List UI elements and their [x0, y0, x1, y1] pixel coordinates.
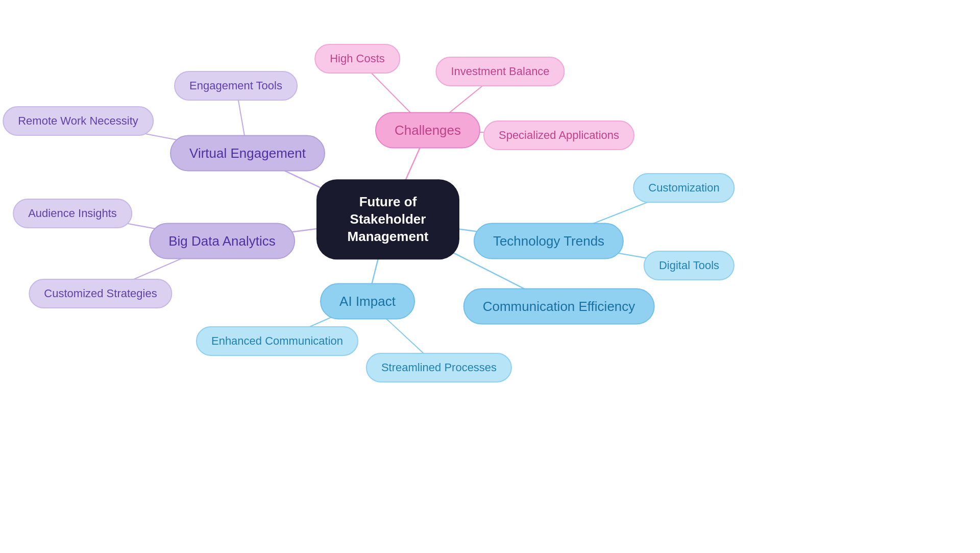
- investment-balance-node: Investment Balance: [435, 57, 565, 86]
- remote-work-necessity-node: Remote Work Necessity: [3, 106, 154, 136]
- customized-strategies-node: Customized Strategies: [29, 279, 172, 308]
- customization-node: Customization: [633, 173, 734, 203]
- high-costs-node: High Costs: [314, 44, 400, 74]
- streamlined-processes-node: Streamlined Processes: [366, 353, 512, 382]
- technology-trends-node: Technology Trends: [474, 223, 624, 259]
- communication-efficiency-node: Communication Efficiency: [463, 288, 655, 325]
- digital-tools-node: Digital Tools: [644, 251, 734, 280]
- mindmap-canvas: Future of Stakeholder Management Challen…: [0, 0, 980, 553]
- big-data-analytics-node: Big Data Analytics: [149, 223, 295, 259]
- ai-impact-node: AI Impact: [320, 283, 415, 320]
- center-node: Future of Stakeholder Management: [316, 179, 459, 259]
- engagement-tools-node: Engagement Tools: [174, 71, 298, 101]
- enhanced-communication-node: Enhanced Communication: [196, 326, 358, 356]
- specialized-applications-node: Specialized Applications: [483, 121, 634, 150]
- audience-insights-node: Audience Insights: [13, 199, 132, 228]
- virtual-engagement-node: Virtual Engagement: [170, 135, 325, 172]
- challenges-node: Challenges: [375, 112, 480, 149]
